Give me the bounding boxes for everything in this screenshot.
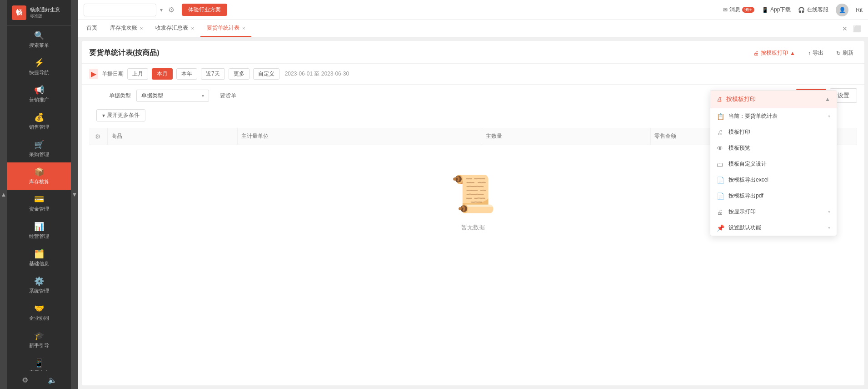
sidebar-item-inventory[interactable]: 📦 库存核算	[7, 162, 71, 190]
sidebar-label-marketing: 营销推广	[29, 96, 49, 103]
tab-maximize[interactable]: ⬜	[851, 23, 863, 34]
sidebar-item-finance[interactable]: 💳 资金管理	[7, 190, 71, 217]
expand-chevron-icon: ▾	[102, 112, 105, 119]
sidebar-item-purchase[interactable]: 🛒 采购管理	[7, 135, 71, 162]
dropdown-collapse-arrow[interactable]: ▲	[825, 96, 830, 102]
sidebar-item-shortcut[interactable]: ⚡ 快捷导航	[7, 53, 71, 81]
template-pdf-label: 按模板导出pdf	[728, 192, 830, 200]
date-btn-7days[interactable]: 近7天	[201, 68, 225, 80]
table-col-goods: 商品	[107, 128, 238, 145]
date-btn-last-month[interactable]: 上月	[127, 68, 148, 80]
export-btn[interactable]: ↑ 导出	[804, 47, 827, 59]
table-col-unit: 主计量单位	[238, 128, 482, 145]
dropdown-header-right: ▲	[825, 96, 830, 102]
sidebar-icon-guide: 🎓	[34, 331, 44, 341]
printer-icon: 🖨	[753, 50, 759, 56]
online-service-link[interactable]: 🎧 在线客服	[798, 6, 828, 14]
page-title: 要货单统计表(按商品)	[89, 48, 160, 58]
sidebar-item-apps[interactable]: 📱 应用中心	[7, 354, 71, 371]
headset-icon: 🎧	[798, 7, 805, 13]
expand-conditions-label: 展开更多条件	[107, 111, 140, 119]
date-btn-this-year[interactable]: 本年	[176, 68, 197, 80]
date-btn-more[interactable]: 更多	[229, 68, 249, 80]
search-input[interactable]	[84, 4, 156, 16]
expand-conditions-btn[interactable]: ▾ 展开更多条件	[96, 109, 145, 121]
sidebar-icon-shortcut: ⚡	[34, 58, 44, 68]
dropdown-item-template-preview[interactable]: 👁 模板预览	[710, 140, 837, 156]
date-btn-this-month[interactable]: 本月	[152, 68, 173, 80]
sidebar-item-marketing[interactable]: 📢 营销推广	[7, 81, 71, 108]
search-arrow[interactable]: ▾	[160, 7, 163, 13]
topbar-gear-icon[interactable]: ⚙	[168, 5, 175, 14]
sidebar-item-system[interactable]: ⚙️ 系统管理	[7, 272, 71, 299]
tab-inventory-batch-label: 库存批次账	[110, 24, 137, 32]
date-filter-label: 单据日期	[102, 70, 124, 78]
print-template-btn[interactable]: 🖨 按模板打印 ▲	[750, 47, 799, 59]
sidebar-label-shortcut: 快捷导航	[29, 69, 49, 76]
tab-home[interactable]: 首页	[80, 20, 104, 37]
sidebar-icon-search: 🔍	[34, 30, 44, 40]
sidebar-label-basic: 基础信息	[29, 260, 49, 267]
app-download-link[interactable]: 📱 App下载	[762, 6, 791, 14]
sidebar-item-guide[interactable]: 🎓 新手引导	[7, 326, 71, 354]
dropdown-item-template-pdf[interactable]: 📄 按模板导出pdf	[710, 188, 837, 204]
sidebar-item-search[interactable]: 🔍 搜索菜单	[7, 26, 71, 53]
refresh-label: 刷新	[843, 49, 853, 57]
settings-footer-icon[interactable]: ⚙	[22, 376, 28, 384]
date-btn-custom[interactable]: 自定义	[253, 68, 279, 80]
table-col-qty: 主数量	[482, 128, 650, 145]
sidebar-icon-marketing: 📢	[34, 85, 44, 95]
tab-inventory-batch-close[interactable]: ×	[140, 25, 143, 31]
message-button[interactable]: ✉ 消息 99+	[723, 6, 754, 14]
sidebar-label-operations: 经营管理	[29, 233, 49, 240]
dropdown-current-item[interactable]: 📋 当前：要货单统计表 ▾	[710, 108, 837, 124]
display-print-icon: 🖨	[717, 208, 724, 216]
online-service-label: 在线客服	[807, 6, 828, 14]
message-icon: ✉	[723, 7, 728, 13]
sidebar-footer: ⚙ 🔈	[7, 371, 71, 389]
sidebar-item-basic[interactable]: 🗂️ 基础信息	[7, 244, 71, 272]
user-avatar[interactable]: 👤	[836, 4, 848, 16]
tab-inventory-batch[interactable]: 库存批次账 ×	[104, 20, 149, 37]
tab-receipt-summary-close[interactable]: ×	[191, 25, 194, 31]
dropdown-item-template-excel[interactable]: 📄 按模板导出excel	[710, 172, 837, 188]
default-func-label: 设置默认功能	[728, 224, 761, 232]
template-print-icon: 🖨	[717, 129, 724, 136]
logo-area: 畅 畅康通好生意 标准版	[7, 0, 71, 26]
tab-order-stats-label: 要货单统计表	[207, 24, 239, 32]
table-settings-icon[interactable]: ⚙	[95, 133, 101, 140]
sidebar-item-operations[interactable]: 📊 经营管理	[7, 217, 71, 244]
default-func-icon: 📌	[717, 224, 724, 232]
type-filter-select[interactable]: 单据类型 ▾	[136, 90, 209, 102]
dropdown-section-default-func[interactable]: 📌 设置默认功能 ▾	[710, 220, 837, 236]
app-download-label: App下载	[770, 6, 791, 14]
trial-button[interactable]: 体验行业方案	[182, 4, 227, 16]
tab-order-stats[interactable]: 要货单统计表 ×	[200, 20, 251, 37]
dropdown-menu: 🖨 按模板打印 ▲ 📋 当前：要货单统计表 ▾ 🖨 模板打印 👁 模板预览	[710, 90, 837, 236]
tab-order-stats-close[interactable]: ×	[242, 25, 245, 31]
sound-footer-icon[interactable]: 🔈	[48, 376, 57, 384]
sidebar-scroll-up[interactable]: ▲	[0, 0, 7, 389]
sidebar-scroll-down[interactable]: ▼	[71, 0, 78, 389]
dropdown-section-display-print[interactable]: 🖨 按显示打印 ▾	[710, 204, 837, 220]
filter-bar: ▶ 单据日期 上月 本月 本年 近7天 更多 自定义 2023-06-01 至 …	[82, 64, 864, 85]
template-custom-label: 模板自定义设计	[728, 160, 830, 168]
sidebar: 畅 畅康通好生意 标准版 🔍 搜索菜单 ⚡ 快捷导航 📢 营销推广 💰 销售管理…	[7, 0, 71, 389]
display-print-arrow: ▾	[828, 209, 830, 214]
tab-receipt-summary[interactable]: 收发存汇总表 ×	[149, 20, 200, 37]
sidebar-icon-basic: 🗂️	[34, 249, 44, 259]
current-template-label: 当前：要货单统计表	[728, 112, 823, 120]
sidebar-item-corp[interactable]: 🤝 企业协同	[7, 299, 71, 326]
tab-controls: ✕ ⬜	[840, 20, 866, 37]
template-preview-icon: 👁	[717, 145, 724, 152]
dropdown-item-template-custom[interactable]: 🗃 模板自定义设计	[710, 156, 837, 172]
template-excel-icon: 📄	[717, 177, 724, 184]
tab-close-window[interactable]: ✕	[840, 23, 849, 34]
filter-collapse-arrow[interactable]: ▶	[89, 69, 98, 79]
refresh-btn[interactable]: ↻ 刷新	[833, 47, 857, 59]
dropdown-item-template-print[interactable]: 🖨 模板打印	[710, 124, 837, 140]
sidebar-item-sales[interactable]: 💰 销售管理	[7, 108, 71, 135]
page-content: 要货单统计表(按商品) 🖨 按模板打印 ▲ ↑ 导出 ↻ 刷新 ▶	[82, 41, 864, 385]
user-name[interactable]: Rit	[856, 7, 863, 13]
table-col-settings[interactable]: ⚙	[89, 128, 107, 145]
